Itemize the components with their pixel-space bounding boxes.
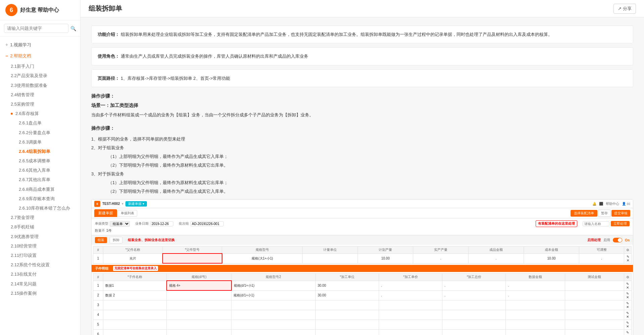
- form-date-input[interactable]: [150, 221, 173, 226]
- app-icon-bell[interactable]: 🔔: [592, 202, 596, 206]
- share-button[interactable]: ↗ 分享: [613, 4, 636, 14]
- app-help-center[interactable]: 帮助中心: [606, 202, 619, 206]
- ltd-action[interactable]: ✎ ✕: [624, 281, 632, 290]
- sidebar-item-data[interactable]: 2.3使用前数据准备: [8, 81, 80, 90]
- screenshot-container: 6 TEST-H002 ▾ 新建单据 ▾ 🔔 ⬛ 帮助中心 👤 cc 新: [91, 199, 633, 335]
- sidebar-item-sales[interactable]: 2.4销售管理: [8, 90, 80, 100]
- search-input[interactable]: [4, 24, 68, 33]
- app-subnav: 新建单据 单据列表 选择装配清单 暂存 提交审核: [92, 208, 633, 218]
- step-2a: （1）上部明细为父件明细，最终作为产成品生成其它入库单；: [91, 152, 633, 161]
- sidebar-item-mobile[interactable]: 2.8手机旺铺: [8, 222, 80, 232]
- lth-price: *加工单价: [379, 274, 442, 281]
- upper-table-body: 1 光片 规格(大1+小1) 10.00 . . 10.00 . ✎ ✕: [93, 254, 632, 263]
- active-dot: [11, 113, 13, 115]
- td-unit: [303, 254, 358, 263]
- upper-table-head: # *父件名称 *父件型号 规格型号 计量单位 计划产量 实产产量 成品金额 成…: [93, 246, 632, 254]
- sidebar-item-assembly[interactable]: 2.6.4组装拆卸单: [16, 147, 80, 156]
- td-adjustable: .: [579, 254, 624, 263]
- sidebar-item-stock-count2[interactable]: 2.6.2分量盘点单: [16, 128, 80, 137]
- sidebar-item-custom[interactable]: 2.12系统个性化设置: [8, 260, 80, 270]
- td-action[interactable]: ✎ ✕: [624, 254, 632, 263]
- sidebar-item-ops[interactable]: 2.10经营管理: [8, 241, 80, 251]
- app-btn-submit[interactable]: 提交审核: [611, 210, 630, 217]
- sidebar-item-out-others[interactable]: 2.6.7其他出库单: [16, 175, 80, 184]
- ltd-a[interactable]: ✎ ✕: [624, 329, 632, 335]
- sidebar-item-purchase[interactable]: 2.5采购管理: [8, 100, 80, 109]
- upper-table: # *父件名称 *父件型号 规格型号 计量单位 计划产量 实产产量 成品金额 成…: [93, 246, 632, 264]
- sidebar-item-finance[interactable]: 2.7资金管理: [8, 213, 80, 222]
- page-title: 组装拆卸单: [89, 4, 122, 13]
- table-row: 2 数据 2 规格(d/1+小1) 30.00 . . . ✎ ✕: [93, 290, 632, 300]
- sidebar-item-cost-adjust[interactable]: 2.6.5成本调整单: [16, 156, 80, 166]
- form-bom-input[interactable]: [583, 221, 609, 226]
- ltd-price: .: [379, 281, 442, 290]
- app-toggle-assembly[interactable]: 组装: [95, 237, 107, 243]
- step-2: 2、对于组装业务: [91, 144, 633, 152]
- ltd-d: [506, 300, 565, 310]
- sidebar-item-stock-count[interactable]: 2.6.1盘点单: [16, 118, 80, 128]
- sidebar-item-cost-recalc[interactable]: 2.6.8商品成本重算: [16, 185, 80, 194]
- form-bom-btn[interactable]: 立即处理: [611, 221, 630, 226]
- form-select-bom: 立即处理: [583, 221, 630, 226]
- search-button[interactable]: 🔍: [70, 26, 76, 31]
- form-type-select[interactable]: 组装单 拆卸单: [110, 221, 130, 227]
- form-row1: 单据类型 组装单 拆卸单 业务日期 批次组: [95, 220, 630, 227]
- ltd-s1: [167, 300, 231, 310]
- app-tab-assembly[interactable]: 新建单据: [94, 209, 117, 217]
- sidebar-item-adjust[interactable]: 2.6.3调拨单: [16, 137, 80, 147]
- ltd-p: [379, 300, 442, 310]
- ltd-d: [506, 320, 565, 329]
- sidebar-item-stock-error[interactable]: 2.6.10库存账本错了怎么办: [16, 204, 80, 213]
- td-parent-model: [163, 254, 222, 263]
- sidebar-item-payment[interactable]: 2.13在线支付: [8, 270, 80, 279]
- th-unit: 计量单位: [303, 246, 358, 254]
- lower-table-body: 1 数据1 规格 4+ 规格(d/1+小1) 30.00 . . . ✎ ✕: [93, 281, 632, 335]
- form-type-label: 单据类型: [95, 221, 108, 226]
- logo-icon: 6: [5, 4, 17, 16]
- sidebar-item-print[interactable]: 2.11打印设置: [8, 251, 80, 260]
- app-form: 单据类型 组装单 拆卸单 业务日期 批次组: [92, 218, 633, 235]
- form-batch-input[interactable]: [190, 221, 224, 226]
- ltd-u: [315, 329, 379, 335]
- app-btn-save[interactable]: 选择装配清单: [571, 210, 597, 217]
- table-row: 4✎ ✕: [93, 310, 632, 320]
- td-prod-amount: .: [469, 254, 524, 263]
- ltd-a[interactable]: ✎ ✕: [624, 300, 632, 310]
- sidebar-item-video[interactable]: + 1.视频学习: [0, 39, 80, 51]
- lth-test-amount: 测试金额: [565, 274, 624, 281]
- lth-spec2: 规格型号2: [231, 274, 316, 281]
- sidebar-item-docs[interactable]: − 2.帮助文档: [0, 51, 80, 62]
- sidebar-item-install[interactable]: 2.2产品安装及登录: [8, 71, 80, 80]
- lower-table-head: # *子件名称 规格(d/号) 规格型号2 *加工单位 *加工单价 *加工总价 …: [93, 274, 632, 281]
- ltd-action[interactable]: ✎ ✕: [624, 290, 632, 300]
- ltd-name: [103, 310, 167, 320]
- app-avatar[interactable]: 👤 cc: [622, 202, 630, 206]
- lth-name: *子件名称: [103, 274, 167, 281]
- form-qty: 数量不 1件: [95, 228, 112, 233]
- intro-label: 功能介绍：: [98, 32, 119, 37]
- toggle-switch[interactable]: [613, 238, 622, 242]
- sidebar-item-inventory[interactable]: 2.6库存核算: [8, 109, 80, 118]
- ltd-a[interactable]: ✎ ✕: [624, 310, 632, 320]
- main-area: 组装拆卸单 ↗ 分享 功能介绍： 组装拆卸单用来处理企业组装或拆卸等加工业务，支…: [80, 0, 644, 335]
- sidebar-item-stock-check[interactable]: 2.6.9库存账本查询: [16, 194, 80, 204]
- app-toggle-disassembly[interactable]: 拆卸: [110, 237, 122, 243]
- ltd-name: [103, 329, 167, 335]
- app-nav-newbill[interactable]: 新建单据 ▾: [125, 201, 147, 207]
- app-btn-print[interactable]: 暂存: [598, 210, 611, 217]
- app-tab-list[interactable]: 单据列表: [118, 210, 137, 217]
- sidebar-item-new[interactable]: 2.1新手入门: [8, 62, 80, 71]
- annotation-has-bom: 有装配清单的在这里处理: [536, 220, 577, 227]
- ltd-ts: [565, 320, 624, 329]
- sidebar-item-faq[interactable]: 2.14常见问题: [8, 279, 80, 289]
- ltd-total: .: [442, 281, 506, 290]
- app-icon-apps[interactable]: ⬛: [599, 202, 603, 206]
- sidebar-item-cases[interactable]: 2.15操作案例: [8, 289, 80, 298]
- td-actual-qty: .: [413, 254, 469, 263]
- sidebar-item-coupon[interactable]: 2.9优惠券管理: [8, 232, 80, 241]
- ltd-s1: [167, 329, 231, 335]
- form-row2: 数量不 1件: [95, 228, 630, 233]
- share-icon: ↗: [618, 6, 622, 11]
- ltd-a[interactable]: ✎ ✕: [624, 320, 632, 329]
- sidebar-item-in-others[interactable]: 2.6.6其他入库单: [16, 166, 80, 175]
